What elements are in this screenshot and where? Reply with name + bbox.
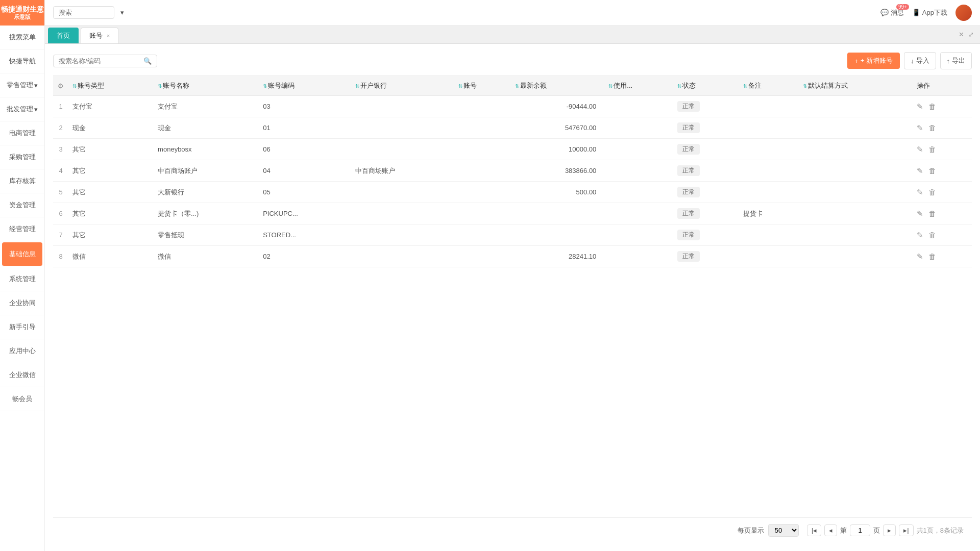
edit-icon[interactable]: ✎ [917,188,923,197]
tab-account[interactable]: 账号 × [81,28,118,43]
sidebar-item-inventory[interactable]: 库存核算 [0,169,44,193]
edit-icon[interactable]: ✎ [917,231,923,240]
sidebar-item-system[interactable]: 系统管理 [0,267,44,291]
sidebar-item-purchase[interactable]: 采购管理 [0,145,44,169]
status-badge: 正常 [677,230,700,240]
settlement-column-header[interactable]: ⇅默认结算方式 [799,76,913,96]
add-account-button[interactable]: + + 新增账号 [847,53,900,69]
row-balance: 547670.00 [511,117,604,139]
delete-icon[interactable]: 🗑 [928,102,936,111]
delete-icon[interactable]: 🗑 [928,252,936,261]
sidebar-item-quick-nav[interactable]: 快捷导航 [0,49,44,73]
table-row: 4 其它 中百商场账户 04 中百商场账户 383866.00 正常 ✎ 🗑 [53,160,972,182]
sidebar-item-operations[interactable]: 经营管理 [0,217,44,241]
sidebar-item-ecommerce[interactable]: 电商管理 [0,121,44,145]
import-button[interactable]: ↓ 导入 [904,52,936,69]
type-column-header[interactable]: ⇅账号类型 [68,76,154,96]
sidebar-item-label: 批发管理 [7,105,33,114]
edit-icon[interactable]: ✎ [917,209,923,218]
balance-column-header[interactable]: ⇅最新余额 [511,76,604,96]
sidebar-item-enterprise-collab[interactable]: 企业协同 [0,291,44,315]
page-size-label: 每页显示 [738,526,764,535]
settings-column-header[interactable]: ⚙ [53,76,68,96]
toolbar-left: 🔍 [53,55,157,67]
logo-top: 畅捷通财生意 [1,5,44,14]
account-column-header[interactable]: ⇅账号 [454,76,511,96]
next-page-button[interactable]: ▸ [883,524,896,536]
delete-icon[interactable]: 🗑 [928,209,936,218]
search-icon[interactable]: 🔍 [143,57,152,65]
delete-icon[interactable]: 🗑 [928,166,936,175]
remark-column-header[interactable]: ⇅备注 [739,76,799,96]
search-box: 🔍 [53,55,157,67]
row-num: 4 [53,160,68,182]
page-number-input[interactable] [850,524,870,536]
sidebar-item-wechat[interactable]: 企业微信 [0,363,44,387]
close-tab-icon[interactable]: × [107,33,110,39]
code-column-header[interactable]: ⇅账号编码 [259,76,351,96]
row-settlement [799,203,913,224]
prev-page-button[interactable]: ◂ [824,524,837,536]
delete-icon[interactable]: 🗑 [928,231,936,239]
delete-icon[interactable]: 🗑 [928,188,936,196]
row-name: 支付宝 [154,96,259,117]
row-type: 现金 [68,117,154,139]
tab-home[interactable]: 首页 [48,28,79,43]
table-row: 7 其它 零售抵现 STORED... 正常 ✎ 🗑 [53,224,972,246]
status-column-header[interactable]: ⇅状态 [673,76,739,96]
app-download-button[interactable]: 📱 App下载 [912,8,947,17]
row-num: 7 [53,224,68,246]
row-actions: ✎ 🗑 [913,182,972,203]
row-status: 正常 [673,96,739,117]
app-icon: 📱 [912,9,920,16]
chevron-down-icon: ▾ [120,9,124,16]
edit-icon[interactable]: ✎ [917,252,923,261]
status-badge: 正常 [677,187,700,197]
delete-icon[interactable]: 🗑 [928,123,936,132]
edit-icon[interactable]: ✎ [917,145,923,154]
row-code: 01 [259,117,351,139]
tabs-bar: 首页 账号 × ✕ ⤢ [45,26,980,44]
sidebar-item-wholesale[interactable]: 批发管理 ▾ [0,97,44,121]
edit-icon[interactable]: ✎ [917,166,923,176]
row-actions: ✎ 🗑 [913,160,972,182]
action-column-header: 操作 [913,76,972,96]
name-column-header[interactable]: ⇅账号名称 [154,76,259,96]
delete-icon[interactable]: 🗑 [928,145,936,154]
row-remark [739,139,799,160]
search-input[interactable] [59,57,140,65]
close-window-icon[interactable]: ✕ [959,31,964,38]
export-icon: ↑ [947,57,950,65]
row-status: 正常 [673,246,739,267]
sidebar-item-retail[interactable]: 零售管理 ▾ [0,73,44,97]
row-bank [351,224,454,246]
row-usage [604,246,673,267]
sidebar-item-capital[interactable]: 资金管理 [0,193,44,217]
sidebar-item-member[interactable]: 畅会员 [0,387,44,411]
sidebar-item-search-menu[interactable]: 搜索菜单 [0,26,44,49]
maximize-icon[interactable]: ⤢ [968,31,974,38]
avatar[interactable] [955,5,972,21]
export-button[interactable]: ↑ 导出 [940,52,972,69]
sidebar-item-basic-info[interactable]: 基础信息 [2,242,42,266]
edit-icon[interactable]: ✎ [917,123,923,133]
first-page-button[interactable]: |◂ [807,524,821,536]
topbar-dropdown[interactable]: ▾ [120,9,124,16]
sort-icon: ⇅ [515,83,519,89]
row-account [454,117,511,139]
sidebar-item-app-center[interactable]: 应用中心 [0,339,44,363]
row-actions: ✎ 🗑 [913,203,972,224]
message-button[interactable]: 💬 消息 99+ [880,8,904,17]
tabs-right-controls: ✕ ⤢ [959,31,978,38]
bank-column-header[interactable]: ⇅开户银行 [351,76,454,96]
sidebar-item-guide[interactable]: 新手引导 [0,315,44,339]
last-page-button[interactable]: ▸| [899,524,913,536]
row-code: 06 [259,139,351,160]
add-icon: + [854,57,859,65]
usage-column-header[interactable]: ⇅使用... [604,76,673,96]
row-bank [351,182,454,203]
table-footer: 每页显示 50 100 200 |◂ ◂ 第 页 ▸ ▸| 共1页，8条记录 [53,517,972,543]
topbar-search-input[interactable] [53,6,114,19]
page-size-select[interactable]: 50 100 200 [768,524,799,537]
edit-icon[interactable]: ✎ [917,102,923,111]
